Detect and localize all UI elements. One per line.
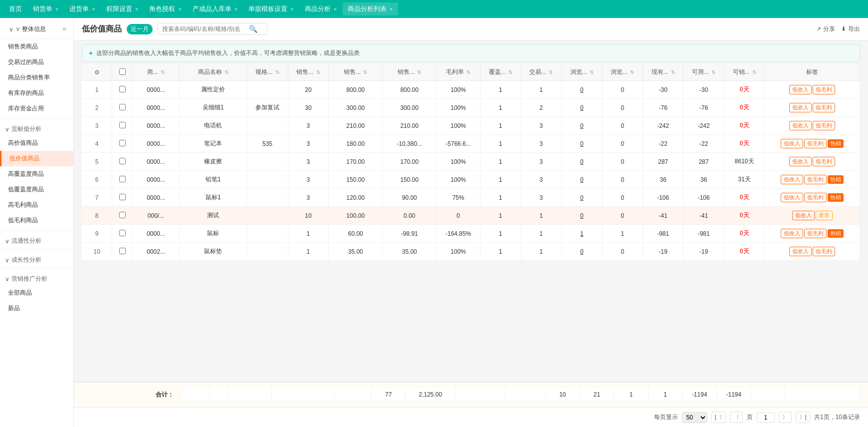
sidebar-item-traded-goods[interactable]: 交易过的商品 <box>0 54 73 70</box>
sidebar-item-high-coverage[interactable]: 高覆盖度商品 <box>0 166 73 182</box>
share-icon: ↗ <box>816 25 821 32</box>
row-checkbox[interactable] <box>119 158 126 164</box>
row-checkbox[interactable] <box>119 212 126 218</box>
per-page-select[interactable]: 50 100 200 <box>682 412 707 423</box>
row-code: 0000... <box>132 153 180 171</box>
sidebar-section-overall[interactable]: ∨ ∨ 整体信息 <box>4 21 51 35</box>
row-transaction: 1 <box>521 243 561 261</box>
nav-item-2[interactable]: 权限设置 × <box>101 2 143 15</box>
row-current-stock: -106 <box>643 189 683 207</box>
row-sales-qty: 1 <box>288 243 328 261</box>
row-coverage: 1 <box>480 225 521 243</box>
prev-page-button[interactable]: 〈 <box>730 412 743 423</box>
row-tags: 低收入低毛利 <box>765 153 860 171</box>
sidebar-item-high-margin[interactable]: 高毛利商品 <box>0 197 73 213</box>
sidebar-section-marketing[interactable]: ∨ 营销推广分析 <box>0 271 73 285</box>
time-badge[interactable]: 近一月 <box>127 24 153 34</box>
browse1-link[interactable]: 0 <box>580 212 584 219</box>
row-transaction: 2 <box>521 99 561 117</box>
row-checkbox[interactable] <box>119 248 126 254</box>
nav-close-0[interactable]: × <box>55 6 58 12</box>
search-icon[interactable]: 🔍 <box>249 25 257 33</box>
share-button[interactable]: ↗ 分享 <box>816 25 835 33</box>
row-sales-profit: 170.00 <box>383 153 436 171</box>
nav-close-3[interactable]: × <box>178 6 181 12</box>
row-coverage: 1 <box>480 81 521 99</box>
row-checkbox[interactable] <box>119 194 126 200</box>
browse1-link[interactable]: 0 <box>580 194 584 201</box>
sidebar-collapse-button[interactable]: « <box>59 21 69 35</box>
tag-label: 低收入 <box>789 247 812 256</box>
row-code: 0002... <box>132 243 180 261</box>
row-checkbox[interactable] <box>119 86 126 92</box>
page-input[interactable] <box>757 413 775 423</box>
row-checkbox[interactable] <box>119 176 126 182</box>
browse1-link[interactable]: 0 <box>580 122 584 129</box>
browse1-link[interactable]: 0 <box>580 158 584 165</box>
sidebar-section-growth[interactable]: ∨ 成长性分析 <box>0 252 73 266</box>
nav-close-1[interactable]: × <box>92 6 95 12</box>
main-layout: ∨ ∨ 整体信息 « 销售类商品 交易过的商品 商品分类销售率 有库存的商品 库… <box>0 18 868 427</box>
nav-close-5[interactable]: × <box>290 6 293 12</box>
row-coverage: 1 <box>480 189 521 207</box>
sidebar-section-contribution[interactable]: ∨ 贡献值分析 <box>0 121 73 135</box>
sidebar-section-circulation[interactable]: ∨ 流通性分析 <box>0 233 73 247</box>
row-browse2: 0 <box>602 189 643 207</box>
sidebar-item-low-margin[interactable]: 低毛利商品 <box>0 213 73 228</box>
next-page-button[interactable]: 〉 <box>779 412 792 423</box>
row-checkbox[interactable] <box>119 122 126 128</box>
first-page-button[interactable]: |〈 <box>711 412 726 423</box>
sidebar-item-stock-funds[interactable]: 库存资金占用 <box>0 101 73 116</box>
th-settings[interactable]: ⚙ <box>82 64 112 81</box>
browse1-link[interactable]: 0 <box>580 176 584 183</box>
row-checkbox[interactable] <box>119 104 126 110</box>
table-row: 8 000/... 测试 10 100.00 0.00 0 1 1 0 0 -4… <box>82 207 860 225</box>
nav-item-4[interactable]: 产成品入库单 × <box>188 2 242 15</box>
row-current-stock: -41 <box>643 207 683 225</box>
row-days: 0天 <box>724 117 764 135</box>
browse1-link[interactable]: 0 <box>580 86 584 93</box>
search-input[interactable] <box>162 25 247 32</box>
sidebar-item-sales-goods[interactable]: 销售类商品 <box>0 39 73 54</box>
select-all-checkbox[interactable] <box>119 68 126 75</box>
row-browse1: 0 <box>562 243 602 261</box>
nav-item-1[interactable]: 进货单 × <box>64 2 100 15</box>
row-sales-amt: 60.00 <box>329 225 383 243</box>
sidebar-item-new-goods[interactable]: 新品 <box>0 301 73 316</box>
browse1-link[interactable]: 0 <box>580 104 584 111</box>
sidebar-item-high-value[interactable]: 高价值商品 <box>0 135 73 151</box>
row-sales-profit: 800.00 <box>383 81 436 99</box>
export-button[interactable]: ⬇ 导出 <box>841 25 860 33</box>
row-days: 0天 <box>724 243 764 261</box>
sidebar-item-low-value[interactable]: 低价值商品 <box>0 151 73 166</box>
sidebar-item-all-goods[interactable]: 全部商品 <box>0 285 73 301</box>
info-text: 这部分商品的销售收入大幅低于商品平均销售收入，价值不高，可考虑调整营销策略，或是… <box>96 49 360 57</box>
sidebar-item-low-coverage[interactable]: 低覆盖度商品 <box>0 182 73 197</box>
settings-icon[interactable]: ⚙ <box>94 69 100 76</box>
nav-close-6[interactable]: × <box>334 6 337 12</box>
nav-item-0[interactable]: 销货单 × <box>28 2 63 15</box>
nav-item-6[interactable]: 商品分析 × <box>300 2 342 15</box>
row-checkbox[interactable] <box>119 230 126 236</box>
nav-close-7[interactable]: × <box>390 6 393 12</box>
nav-item-5[interactable]: 单据模板设置 × <box>243 2 298 15</box>
row-current-stock: -242 <box>643 117 683 135</box>
row-tags: 低收入低毛利热销 <box>765 225 860 243</box>
tag-label: 低收入 <box>781 139 803 148</box>
last-page-button[interactable]: 〉| <box>796 412 810 423</box>
sidebar-item-category-rate[interactable]: 商品分类销售率 <box>0 70 73 85</box>
nav-close-2[interactable]: × <box>135 6 138 12</box>
browse1-link[interactable]: 0 <box>580 248 584 255</box>
nav-item-7[interactable]: 商品分析列表 × <box>343 2 398 15</box>
row-number: 8 <box>82 207 112 225</box>
nav-home[interactable]: 首页 <box>4 2 27 15</box>
browse1-link[interactable]: 1 <box>580 230 584 237</box>
row-checkbox[interactable] <box>119 140 126 146</box>
nav-item-3[interactable]: 角色授权 × <box>144 2 186 15</box>
row-available-stock: 287 <box>683 153 724 171</box>
sidebar-item-stock-goods[interactable]: 有库存的商品 <box>0 85 73 101</box>
browse1-link[interactable]: 0 <box>580 140 584 147</box>
content-header: 低价值商品 近一月 🔍 ↗ 分享 ⬇ 导出 <box>74 18 868 40</box>
row-checkbox-cell <box>112 81 133 99</box>
nav-close-4[interactable]: × <box>234 6 237 12</box>
